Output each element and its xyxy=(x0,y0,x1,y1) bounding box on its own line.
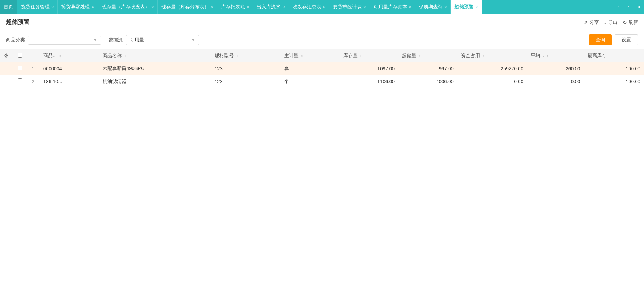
share-button[interactable]: ⇗ 分享 xyxy=(583,19,599,26)
th-settings: ⚙ xyxy=(0,49,13,62)
nav-item-batch[interactable]: 库存批次账 × xyxy=(217,0,253,14)
th-avg-label: 平均... xyxy=(531,53,544,58)
sort-product-name-icon: ↕ xyxy=(124,54,126,58)
th-product-code-label: 商品... xyxy=(43,53,57,58)
table-row: 1 0000004 六配套新昌490BPG 123 套 1097.00 997.… xyxy=(0,62,644,75)
select-all-checkbox[interactable] xyxy=(18,53,22,58)
td-index-0: 1 xyxy=(26,62,40,75)
th-checkbox xyxy=(13,49,26,62)
product-category-select[interactable]: ▼ xyxy=(28,36,101,45)
td-checkbox-1 xyxy=(13,75,26,88)
data-source-value: 可用量 xyxy=(130,37,144,43)
filter-row: 商品分类 ▼ 数据源 可用量 ▼ 查询 设置 xyxy=(0,29,644,49)
export-icon: ↓ xyxy=(604,19,607,25)
settings-button[interactable]: 设置 xyxy=(615,34,638,45)
th-stock-label: 库存量 xyxy=(343,53,358,58)
th-capital[interactable]: 资金占用 ↕ xyxy=(457,49,527,62)
td-settings-1 xyxy=(0,75,13,88)
nav-item-task-mgmt[interactable]: 拣货任务管理 × xyxy=(17,0,58,14)
th-overstock[interactable]: 超储量 ↕ xyxy=(398,49,457,62)
td-product-code-0: 0000004 xyxy=(40,62,99,75)
query-button[interactable]: 查询 xyxy=(589,34,612,45)
sort-overstock-icon: ↕ xyxy=(419,54,421,58)
nav-item-overstock-label: 超储预警 xyxy=(454,4,473,10)
td-spec-0: 123 xyxy=(211,62,281,75)
th-max-stock[interactable]: 最高库存 xyxy=(584,49,644,62)
th-spec-label: 规格型号 xyxy=(215,53,234,58)
td-unit-1: 个 xyxy=(281,75,340,88)
th-avg[interactable]: 平均... ↕ xyxy=(527,49,584,62)
page-title: 超储预警 xyxy=(6,18,29,26)
sort-avg-icon: ↕ xyxy=(546,54,548,58)
nav-item-collect-send[interactable]: 收发存汇总表 × xyxy=(289,0,329,14)
nav-item-abnormal[interactable]: 拣货异常处理 × xyxy=(58,0,98,14)
share-label: 分享 xyxy=(589,19,599,26)
nav-arrows: ‹ › × xyxy=(613,0,644,14)
th-product-name[interactable]: 商品名称 ↕ xyxy=(99,49,211,62)
td-max-stock-1: 100.00 xyxy=(584,75,644,88)
nav-item-overstock[interactable]: 超储预警 × xyxy=(451,0,482,14)
nav-close-stock-dist[interactable]: × xyxy=(211,5,213,9)
nav-item-available-acct[interactable]: 可用量库存账本 × xyxy=(370,0,415,14)
table-wrapper: ⚙ 商品... ↕ 商品名称 ↕ 规格型号 xyxy=(0,49,644,88)
nav-item-stock-dist[interactable]: 现存量（库存分布表） × xyxy=(158,0,217,14)
top-nav: 首页 拣货任务管理 × 拣货异常处理 × 现存量（库存状况表） × 现存量（库存… xyxy=(0,0,644,14)
data-source-label: 数据源 xyxy=(109,37,123,43)
page-content: 超储预警 ⇗ 分享 ↓ 导出 ↻ 刷新 商品分类 ▼ xyxy=(0,14,644,293)
nav-arrow-right[interactable]: › xyxy=(623,0,634,14)
nav-close-available-acct[interactable]: × xyxy=(409,5,411,9)
th-overstock-label: 超储量 xyxy=(402,53,416,58)
nav-close-stock-status[interactable]: × xyxy=(151,5,154,9)
product-category-value xyxy=(32,37,33,43)
nav-close-expiry[interactable]: × xyxy=(444,5,447,9)
td-unit-0: 套 xyxy=(281,62,340,75)
th-stock[interactable]: 库存量 ↕ xyxy=(340,49,399,62)
refresh-label: 刷新 xyxy=(629,19,638,26)
nav-item-home[interactable]: 首页 xyxy=(0,0,17,14)
td-overstock-0: 997.00 xyxy=(398,62,457,75)
refresh-button[interactable]: ↻ 刷新 xyxy=(623,19,638,26)
row-checkbox-0[interactable] xyxy=(18,66,22,70)
row-checkbox-1[interactable] xyxy=(18,78,22,83)
nav-close-task-mgmt[interactable]: × xyxy=(51,5,54,9)
settings-gear-icon[interactable]: ⚙ xyxy=(4,52,8,59)
th-unit-label: 主计量 xyxy=(284,53,299,58)
sort-stock-icon: ↕ xyxy=(360,54,362,58)
nav-close-collect-send[interactable]: × xyxy=(323,5,325,9)
table-row: 2 186-10... 机油滤清器 123 个 1106.00 1006.00 … xyxy=(0,75,644,88)
nav-item-expiry[interactable]: 保质期查询 × xyxy=(415,0,451,14)
export-button[interactable]: ↓ 导出 xyxy=(604,19,618,26)
nav-item-stock-status[interactable]: 现存量（库存状况表） × xyxy=(98,0,158,14)
nav-item-order-stat[interactable]: 要货单统计表 × xyxy=(329,0,370,14)
th-product-name-label: 商品名称 xyxy=(103,53,122,58)
th-product-code[interactable]: 商品... ↕ xyxy=(40,49,99,62)
td-settings-0 xyxy=(0,62,13,75)
nav-close-abnormal[interactable]: × xyxy=(92,5,94,9)
product-category-label: 商品分类 xyxy=(6,37,25,43)
th-unit[interactable]: 主计量 ↕ xyxy=(281,49,340,62)
data-source-select[interactable]: 可用量 ▼ xyxy=(126,35,199,45)
td-stock-1: 1106.00 xyxy=(340,75,399,88)
nav-arrow-close[interactable]: × xyxy=(634,0,644,14)
nav-item-batch-label: 库存批次账 xyxy=(221,4,245,10)
nav-close-order-stat[interactable]: × xyxy=(363,5,366,9)
td-index-1: 2 xyxy=(26,75,40,88)
page-header: 超储预警 ⇗ 分享 ↓ 导出 ↻ 刷新 xyxy=(0,14,644,29)
nav-close-inout-flow[interactable]: × xyxy=(282,5,285,9)
nav-item-home-label: 首页 xyxy=(4,4,13,10)
td-overstock-1: 1006.00 xyxy=(398,75,457,88)
nav-item-collect-send-label: 收发存汇总表 xyxy=(293,4,321,10)
filter-product-category: 商品分类 ▼ xyxy=(6,36,101,45)
th-spec[interactable]: 规格型号 ↕ xyxy=(211,49,281,62)
nav-item-stock-dist-label: 现存量（库存分布表） xyxy=(161,4,209,10)
nav-item-inout-flow[interactable]: 出入库流水 × xyxy=(253,0,289,14)
nav-item-task-mgmt-label: 拣货任务管理 xyxy=(21,4,50,10)
product-category-chevron-icon: ▼ xyxy=(93,38,97,42)
td-checkbox-0 xyxy=(13,62,26,75)
nav-close-batch[interactable]: × xyxy=(247,5,249,9)
th-max-stock-label: 最高库存 xyxy=(588,53,607,58)
nav-close-overstock[interactable]: × xyxy=(475,5,477,9)
td-spec-1: 123 xyxy=(211,75,281,88)
td-capital-1: 0.00 xyxy=(457,75,527,88)
nav-arrow-left[interactable]: ‹ xyxy=(613,0,623,14)
